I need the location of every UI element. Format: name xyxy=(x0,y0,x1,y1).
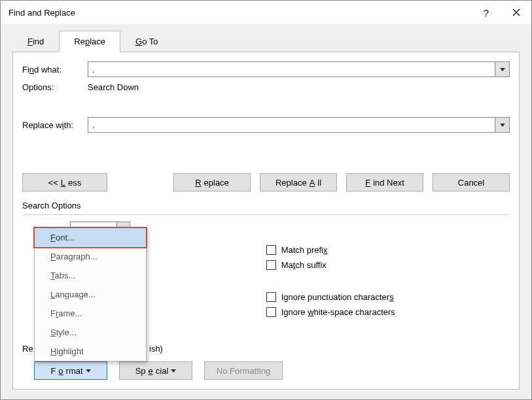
help-button[interactable]: ? xyxy=(471,1,501,24)
chevron-down-icon xyxy=(500,124,505,127)
replace-with-input[interactable] xyxy=(88,118,495,132)
menu-item-language[interactable]: Language... xyxy=(35,285,146,304)
dialog-title: Find and Replace xyxy=(9,8,471,18)
cancel-button[interactable]: Cancel xyxy=(433,173,510,192)
less-button[interactable]: << Less xyxy=(22,173,107,192)
menu-item-font[interactable]: Font... xyxy=(35,228,146,247)
tab-goto[interactable]: Go ToGo To xyxy=(120,31,173,52)
chevron-down-icon xyxy=(500,68,505,71)
ignore-punct-label: Ignore punctuation characters xyxy=(281,292,394,302)
tab-replace[interactable]: ReplaceReplace xyxy=(59,31,120,52)
caret-down-icon xyxy=(171,369,176,373)
find-what-combo[interactable] xyxy=(88,61,510,77)
match-prefix-checkbox[interactable]: Match prefix xyxy=(266,245,510,255)
tab-find[interactable]: FinFindd xyxy=(12,31,59,52)
find-what-input[interactable] xyxy=(88,62,495,76)
no-formatting-button[interactable]: No Formatting xyxy=(204,361,283,380)
replace-with-combo[interactable] xyxy=(88,117,510,133)
replace-section-label: Re xyxy=(22,344,33,354)
ignore-punct-checkbox[interactable]: Ignore punctuation characters xyxy=(266,292,510,302)
replace-with-dropdown[interactable] xyxy=(495,118,509,132)
options-value: Search Down xyxy=(88,82,139,92)
close-button[interactable] xyxy=(501,1,531,24)
find-replace-dialog: Find and Replace ? FinFindd ReplaceRepla… xyxy=(0,0,532,400)
titlebar: Find and Replace ? xyxy=(1,1,531,24)
match-prefix-label: Match prefix xyxy=(281,245,328,255)
sounds-like-suffix: ish) xyxy=(149,344,163,354)
format-button[interactable]: Format xyxy=(34,361,107,380)
close-icon xyxy=(512,8,520,16)
checkbox-box xyxy=(266,292,276,302)
options-label: Options: xyxy=(22,82,88,92)
format-popup-menu: Font... Paragraph... Tabs... Language...… xyxy=(34,227,147,361)
dialog-panel: Find what: Options: Search Down Replace … xyxy=(12,52,520,390)
tabstrip: FinFindd ReplaceReplace Go ToGo To xyxy=(1,24,531,52)
menu-item-paragraph[interactable]: Paragraph... xyxy=(35,247,146,266)
main-button-row: << Less Replace Replace All Find Next Ca… xyxy=(22,173,510,192)
caret-down-icon xyxy=(86,369,91,373)
help-icon: ? xyxy=(484,7,489,18)
ignore-ws-checkbox[interactable]: Ignore white-space characters xyxy=(266,307,510,317)
special-button[interactable]: Special xyxy=(119,361,192,380)
match-suffix-label: Match suffix xyxy=(281,260,327,270)
checkbox-box xyxy=(266,307,276,317)
bottom-button-row: Format Special No Formatting xyxy=(34,361,283,380)
match-suffix-checkbox[interactable]: Match suffix xyxy=(266,260,510,270)
replace-all-button[interactable]: Replace All xyxy=(260,173,337,192)
checkbox-box xyxy=(266,260,276,270)
replace-with-label: Replace with: xyxy=(22,120,88,130)
ignore-ws-label: Ignore white-space characters xyxy=(281,307,395,317)
menu-item-highlight[interactable]: Highlight xyxy=(35,342,146,361)
find-next-button[interactable]: Find Next xyxy=(346,173,423,192)
find-what-label: Find what: xyxy=(22,65,88,75)
checkbox-box xyxy=(266,245,276,255)
menu-item-style[interactable]: Style... xyxy=(35,323,146,342)
menu-item-tabs[interactable]: Tabs... xyxy=(35,266,146,285)
search-options-title: Search Options xyxy=(22,201,510,210)
find-what-dropdown[interactable] xyxy=(495,62,509,76)
replace-button[interactable]: Replace xyxy=(173,173,251,192)
menu-item-frame[interactable]: Frame... xyxy=(35,304,146,323)
